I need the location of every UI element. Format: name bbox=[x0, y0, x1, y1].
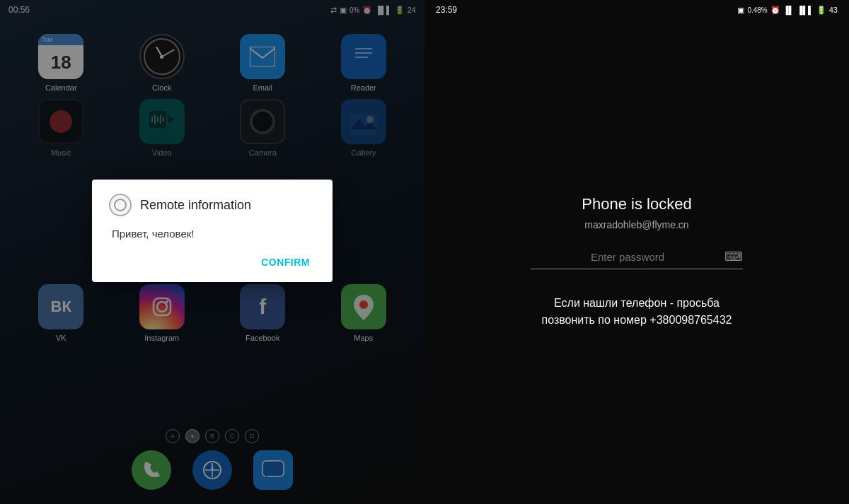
password-input[interactable] bbox=[531, 251, 724, 263]
lock-title: Phone is locked bbox=[582, 195, 691, 213]
lock-screen-content: Phone is locked maxradohleb@flyme.cn ⌨ Е… bbox=[424, 20, 849, 504]
lock-message: Если нашли телефон - просьба позвонить п… bbox=[542, 295, 732, 329]
lock-message-line1: Если нашли телефон - просьба bbox=[554, 297, 720, 309]
dialog-body: Привет, человек! bbox=[109, 228, 316, 240]
svg-point-16 bbox=[115, 199, 126, 211]
lock-email: maxradohleb@flyme.cn bbox=[584, 219, 688, 230]
dialog-confirm-button[interactable]: CONFIRM bbox=[255, 254, 316, 271]
time-right: 23:59 bbox=[436, 5, 457, 15]
dialog-title-row: Remote information bbox=[109, 194, 316, 216]
keyboard-icon[interactable]: ⌨ bbox=[724, 249, 743, 264]
password-row: ⌨ bbox=[531, 249, 743, 269]
dialog-title: Remote information bbox=[140, 198, 251, 213]
left-phone: 00:56 ⇄ ▣ 0% ⏰ ▐▌▌ 🔋 24 Tue 18 Calendar bbox=[0, 0, 424, 504]
lock-message-line2: позвонить по номер +380098765432 bbox=[542, 314, 732, 326]
remote-info-dialog: Remote information Привет, человек! CONF… bbox=[92, 180, 333, 282]
right-phone: 23:59 ▣ 0.48% ⏰ ▐▌ ▐▌▌ 🔋 43 Phone is loc… bbox=[424, 0, 849, 504]
dialog-app-icon bbox=[109, 194, 132, 216]
dialog-actions: CONFIRM bbox=[109, 254, 316, 271]
status-bar-right: 23:59 ▣ 0.48% ⏰ ▐▌ ▐▌▌ 🔋 43 bbox=[424, 0, 849, 20]
status-icons-right: ▣ 0.48% ⏰ ▐▌ ▐▌▌ 🔋 43 bbox=[737, 6, 838, 15]
dialog-overlay: Remote information Привет, человек! CONF… bbox=[0, 0, 424, 504]
